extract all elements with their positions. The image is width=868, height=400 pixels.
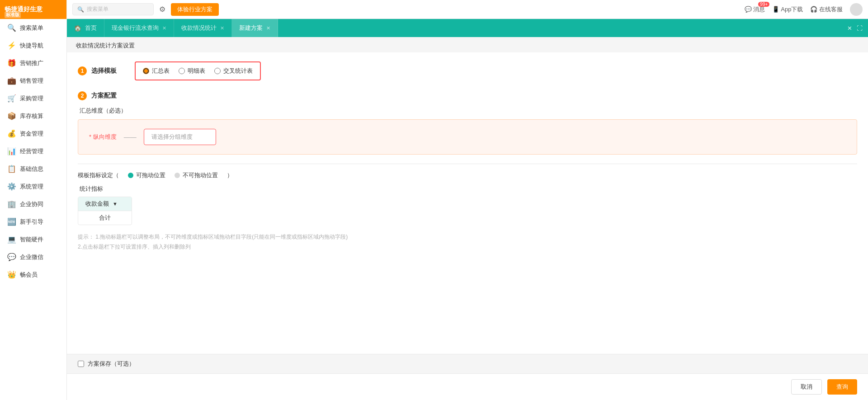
- query-button[interactable]: 查询: [827, 379, 857, 395]
- radio-summary[interactable]: 汇总表: [143, 67, 170, 75]
- corp-icon: 🏢: [7, 200, 16, 208]
- sidebar-item-label: 企业协同: [20, 200, 43, 208]
- sidebar-item-label: 销售管理: [20, 77, 43, 85]
- tab-home-label: 首页: [85, 24, 97, 32]
- tab-collection[interactable]: 收款情况统计 ✕: [174, 19, 232, 37]
- app-download-label: App下载: [781, 6, 803, 13]
- radio-cross[interactable]: 交叉统计表: [214, 67, 253, 75]
- tab-cashflow[interactable]: 现金银行流水查询 ✕: [104, 19, 174, 37]
- sidebar-item-label: 营销推广: [20, 59, 43, 67]
- basic-icon: 📋: [7, 165, 16, 173]
- content-area: 收款情况统计方案设置 1 选择模板 汇总表 明细表: [67, 37, 868, 400]
- vertical-dimension-label: * 纵向维度: [89, 133, 117, 141]
- tab-cashflow-label: 现金银行流水查询: [112, 24, 159, 32]
- topbar-right: 💬 消息 99+ 📱 App下载 🎧 在线客服: [745, 3, 863, 16]
- system-icon: ⚙️: [7, 182, 16, 191]
- tab-collection-close[interactable]: ✕: [220, 25, 224, 31]
- sidebar-item-operation[interactable]: 📊 经营管理: [0, 142, 66, 160]
- online-service-link[interactable]: 🎧 在线客服: [810, 5, 843, 14]
- settings-icon[interactable]: ⚙: [159, 5, 165, 14]
- finance-icon: 💰: [7, 129, 16, 138]
- radio-cross-input[interactable]: [214, 68, 221, 74]
- step2-label: 方案配置: [91, 92, 117, 100]
- tab-new-plan[interactable]: 新建方案 ✕: [232, 19, 278, 37]
- sidebar-item-basic[interactable]: 📋 基础信息: [0, 160, 66, 178]
- dimension-area: * 纵向维度 —— 请选择分组维度: [78, 119, 857, 155]
- step1-section: 1 选择模板 汇总表 明细表 交叉统计表: [78, 61, 857, 80]
- indicator-header[interactable]: 收款金额 ▼: [78, 197, 132, 211]
- step1-title: 1 选择模板 汇总表 明细表 交叉统计表: [78, 61, 857, 80]
- row-total-label: 合计: [99, 214, 111, 221]
- tab-home[interactable]: 🏠 首页: [67, 19, 104, 37]
- footer-bar: 取消 查询: [67, 373, 868, 400]
- tab-new-plan-label: 新建方案: [239, 24, 263, 32]
- fixed-dot: [175, 173, 180, 178]
- hint-text: 提示： 1.拖动标题栏可以调整布局，不可跨维度或指标区域拖动栏目字段(只能在同一…: [78, 232, 857, 252]
- save-checkbox[interactable]: [78, 361, 84, 367]
- topbar: 🔍 搜索菜单 ⚙ 体验行业方案 💬 消息 99+ 📱 App下载 🎧 在线客服: [67, 0, 868, 19]
- inventory-icon: 📦: [7, 112, 16, 120]
- dimension-select[interactable]: 请选择分组维度: [144, 129, 216, 145]
- sidebar-item-search[interactable]: 🔍 搜索菜单: [0, 19, 66, 37]
- sales-icon: 💼: [7, 76, 16, 85]
- draggable-toggle: 可拖动位置: [128, 171, 165, 179]
- sidebar-item-finance[interactable]: 💰 资金管理: [0, 125, 66, 142]
- radio-detail[interactable]: 明细表: [179, 67, 205, 75]
- tab-cashflow-close[interactable]: ✕: [162, 25, 166, 31]
- sidebar-item-member[interactable]: 👑 畅会员: [0, 266, 66, 283]
- indicator-section: 模板指标设定（ 可拖动位置 不可拖动位置 ） 统计指标: [78, 164, 857, 225]
- step1-label: 选择模板: [91, 67, 117, 75]
- app-download-link[interactable]: 📱 App下载: [772, 5, 803, 14]
- sidebar-item-label: 库存核算: [20, 112, 43, 120]
- step1-number: 1: [78, 66, 87, 75]
- trial-button[interactable]: 体验行业方案: [171, 3, 219, 16]
- indicator-toggle-end: ）: [227, 171, 233, 179]
- radio-summary-input[interactable]: [143, 68, 149, 74]
- chevron-down-icon: ▼: [113, 201, 118, 207]
- radio-summary-label: 汇总表: [152, 67, 170, 75]
- draggable-dot: [128, 173, 133, 178]
- search-box[interactable]: 🔍 搜索菜单: [72, 3, 154, 15]
- tab-close-all-icon[interactable]: ✕: [847, 25, 852, 32]
- sidebar-item-sales[interactable]: 💼 销售管理: [0, 72, 66, 89]
- tabbar-actions: ✕ ⛶: [842, 19, 868, 37]
- member-icon: 👑: [7, 270, 16, 279]
- dimension-config: 汇总维度（必选） * 纵向维度 —— 请选择分组维度: [78, 107, 857, 155]
- sidebar-item-label: 经营管理: [20, 147, 43, 155]
- sidebar-item-hardware[interactable]: 💻 智能硬件: [0, 231, 66, 248]
- indicator-row-total: 合计: [78, 211, 132, 225]
- message-badge[interactable]: 💬 消息 99+: [745, 5, 765, 14]
- search-icon: 🔍: [7, 24, 16, 32]
- sidebar-item-purchase[interactable]: 🛒 采购管理: [0, 89, 66, 107]
- hint-line-2: 2.点击标题栏下拉可设置排序、插入列和删除列: [78, 242, 857, 252]
- sidebar-item-guide[interactable]: 🆕 新手引导: [0, 213, 66, 231]
- message-count: 99+: [758, 2, 769, 7]
- tab-expand-icon[interactable]: ⛶: [857, 25, 863, 32]
- main-area: 🔍 搜索菜单 ⚙ 体验行业方案 💬 消息 99+ 📱 App下载 🎧 在线客服: [67, 0, 868, 400]
- sidebar-item-label: 畅会员: [20, 271, 38, 279]
- tab-new-plan-close[interactable]: ✕: [266, 25, 270, 31]
- sidebar-item-nav[interactable]: ⚡ 快捷导航: [0, 37, 66, 54]
- sidebar-item-marketing[interactable]: 🎁 营销推广: [0, 54, 66, 72]
- user-avatar[interactable]: [850, 3, 863, 16]
- radio-detail-input[interactable]: [179, 68, 185, 74]
- draggable-label: 可拖动位置: [136, 171, 165, 179]
- stat-indicator-label: 统计指标: [78, 185, 857, 193]
- indicator-table: 收款金额 ▼ 合计: [78, 197, 132, 225]
- sidebar-item-corp[interactable]: 🏢 企业协同: [0, 195, 66, 213]
- sidebar-item-inventory[interactable]: 📦 库存核算: [0, 107, 66, 125]
- nav-icon: ⚡: [7, 41, 16, 50]
- sidebar-item-label: 企业微信: [20, 253, 43, 261]
- step2-title: 2 方案配置: [78, 91, 857, 100]
- sidebar-item-system[interactable]: ⚙️ 系统管理: [0, 178, 66, 195]
- search-icon: 🔍: [77, 6, 84, 13]
- edition-tag: 标准版: [5, 12, 21, 18]
- app-logo: 畅捷通好生意 标准版: [0, 0, 66, 19]
- marketing-icon: 🎁: [7, 59, 16, 67]
- page-header: 收款情况统计方案设置: [67, 37, 868, 52]
- sidebar-item-wechat[interactable]: 💬 企业微信: [0, 248, 66, 266]
- sidebar-item-label: 快捷导航: [20, 42, 43, 50]
- cancel-button[interactable]: 取消: [791, 379, 822, 395]
- message-icon: 💬: [745, 6, 754, 13]
- download-icon: 📱: [772, 6, 781, 13]
